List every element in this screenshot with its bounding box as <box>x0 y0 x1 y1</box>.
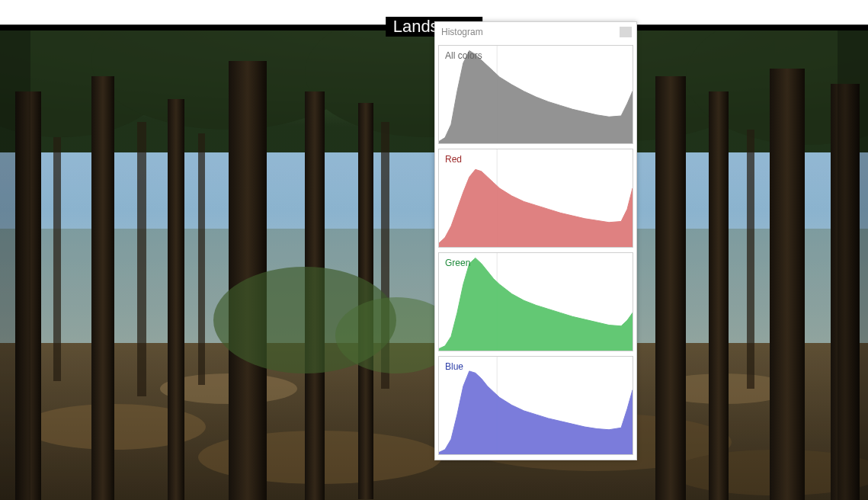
histogram-channel-blue[interactable]: Blue <box>438 356 633 455</box>
histogram-titlebar[interactable]: Histogram <box>435 22 636 42</box>
histogram-panel[interactable]: Histogram All colorsRedGreenBlue <box>434 21 637 460</box>
histogram-channel-label: All colors <box>445 50 482 61</box>
histogram-title: Histogram <box>441 27 620 37</box>
histogram-channel-label: Green <box>445 258 470 268</box>
histogram-channel-label: Red <box>445 154 462 165</box>
histogram-channel-green[interactable]: Green <box>438 252 633 351</box>
histogram-channel-label: Blue <box>445 361 463 372</box>
histogram-body: All colorsRedGreenBlue <box>435 42 636 460</box>
svg-rect-34 <box>838 30 868 500</box>
svg-rect-33 <box>0 30 30 500</box>
app-window: Landscape <box>0 0 868 500</box>
histogram-channel-red[interactable]: Red <box>438 149 633 248</box>
close-icon[interactable] <box>620 27 632 37</box>
histogram-channel-all[interactable]: All colors <box>438 45 633 144</box>
